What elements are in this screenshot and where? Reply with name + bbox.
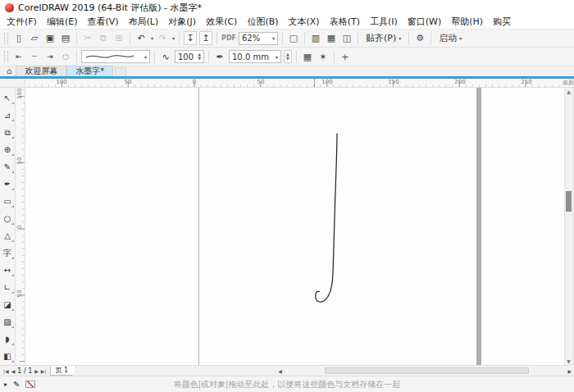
ruler-label: 50 (16, 156, 23, 166)
ruler-origin-button[interactable] (0, 79, 25, 87)
toolbar-separator (76, 32, 77, 44)
text-wrap-icon[interactable]: ▦ (301, 50, 314, 64)
menu-view[interactable]: 查看(V) (82, 15, 123, 29)
options-gear-icon[interactable]: ⚙ (413, 31, 426, 45)
tab-document-shuimozi[interactable]: 水墨字* (66, 66, 113, 76)
publish-pdf-icon[interactable]: PDF (221, 31, 236, 45)
smoothing-input[interactable]: 100 ▲ ▼ (175, 50, 204, 63)
vertical-scroll-thumb[interactable] (566, 191, 572, 212)
menu-help[interactable]: 帮助(H) (446, 15, 488, 29)
menubar: 文件(F) 编辑(E) 查看(V) 布局(L) 对象(J) 效果(C) 位图(B… (0, 15, 574, 29)
zoom-level-select[interactable]: 62% ▾ (239, 32, 278, 45)
dimension-tool[interactable]: ↔ (1, 262, 15, 279)
prev-page-button[interactable]: ◀ (11, 368, 16, 374)
freehand-tool[interactable]: ✎ (1, 158, 15, 175)
crop-tool[interactable]: ⧉ (1, 124, 15, 141)
property-bar-grip[interactable] (4, 51, 8, 62)
undo-icon[interactable]: ↶ (134, 31, 148, 45)
menu-table[interactable]: 表格(T) (325, 15, 365, 29)
text-tool[interactable]: 字 (1, 244, 15, 262)
snap-to-button[interactable]: 贴齐(P) ▾ (362, 31, 404, 45)
outline-pen-icon: ✒ (213, 50, 226, 64)
next-page-button[interactable]: ▶ (34, 368, 39, 374)
import-icon[interactable]: ↧ (184, 31, 197, 45)
connector-tool[interactable]: ∟ (1, 279, 15, 296)
shadow-tool[interactable]: ◪ (1, 296, 15, 313)
zoom-tool[interactable]: ⊕ (1, 141, 15, 158)
eyedropper-tool[interactable]: ◗ (1, 330, 15, 348)
rectangle-tool[interactable]: ▭ (1, 193, 15, 210)
first-page-button[interactable]: |◀ (3, 368, 9, 374)
last-page-button[interactable]: ▶| (41, 368, 47, 374)
menu-layout[interactable]: 布局(L) (124, 15, 164, 29)
nudge-spinner[interactable]: ▲ ▼ (284, 50, 292, 63)
menu-window[interactable]: 窗口(W) (403, 15, 446, 29)
ruler-label: 50 (257, 79, 265, 85)
interactive-fill-tool[interactable]: ◧ (1, 348, 15, 365)
toolbox: ↖ ⊿ ⧉ ⊕ ✎ ✒ ▭ ○ △ 字 ↔ ∟ ◪ ▨ ◗ ◧ (0, 88, 16, 365)
scroll-down-icon[interactable]: ▼ (567, 358, 571, 364)
home-icon[interactable]: ⌂ (2, 66, 16, 76)
close-curve-icon[interactable]: ◌ (59, 50, 72, 64)
toolbar-separator (208, 51, 209, 63)
scroll-up-icon[interactable]: ▲ (567, 89, 571, 94)
ellipse-tool[interactable]: ○ (1, 210, 15, 227)
undo-dropdown-icon[interactable]: ▾ (151, 35, 153, 41)
menu-object[interactable]: 对象(J) (163, 15, 201, 29)
page-tab-1[interactable]: 页 1 (50, 366, 77, 376)
spinner-down-icon[interactable]: ▼ (286, 57, 289, 61)
horizontal-ruler[interactable]: 100 50 0 50 100 150 200 250 (25, 79, 563, 87)
new-document-icon[interactable]: ▯ (12, 31, 25, 45)
fullscreen-preview-icon[interactable]: ▢ (287, 31, 300, 45)
line-style-icon[interactable]: ┄ (28, 50, 41, 64)
drawing-canvas[interactable] (25, 88, 564, 365)
print-icon[interactable]: ▤ (59, 31, 72, 45)
end-arrowhead-icon[interactable]: ⇥ (43, 50, 57, 64)
menu-tools[interactable]: 工具(I) (365, 15, 403, 29)
menu-text[interactable]: 文本(X) (284, 15, 325, 29)
scroll-left-icon[interactable]: ◀ (278, 368, 282, 374)
property-bar: ⇤ ┄ ⇥ ◌ ▾ ∿ 100 ▲ ▼ ✒ 10.0 mm ▾ ▲ ▼ ▦ ✶ … (0, 47, 574, 66)
menu-bitmaps[interactable]: 位图(B) (242, 15, 283, 29)
vertical-ruler[interactable]: 100 50 0 50 (16, 88, 25, 365)
show-rulers-icon[interactable]: ▥ (309, 31, 322, 45)
paste-icon[interactable]: ⊞ (112, 31, 125, 45)
fill-none-swatch[interactable] (25, 381, 35, 388)
transparency-tool[interactable]: ▨ (1, 313, 15, 330)
horizontal-scrollbar[interactable]: ◀ ▶ (276, 366, 574, 376)
ruler-row: 100 50 0 50 100 150 200 250 最新 (0, 79, 574, 88)
start-arrowhead-icon[interactable]: ⇤ (12, 50, 25, 64)
smoothing-stepper[interactable]: ▲ ▼ (198, 52, 201, 61)
show-grid-icon[interactable]: ▦ (325, 31, 338, 45)
stepper-down-icon[interactable]: ▼ (198, 57, 201, 61)
add-preset-button[interactable]: + (339, 50, 352, 64)
copy-icon[interactable]: ⧉ (97, 31, 110, 45)
vertical-scrollbar[interactable]: ▲ ▼ (564, 88, 572, 365)
horizontal-scroll-thumb[interactable] (325, 367, 529, 374)
polygon-tool[interactable]: △ (1, 227, 15, 244)
launch-button[interactable]: 启动 ▾ (435, 31, 465, 45)
menu-edit[interactable]: 编辑(E) (42, 15, 83, 29)
cut-icon[interactable]: ✂ (81, 31, 94, 45)
tool-settings-icon[interactable]: ✶ (317, 50, 330, 64)
toolbar-grip[interactable] (4, 33, 8, 44)
outline-width-select[interactable]: 10.0 mm ▾ (229, 50, 281, 63)
ruler-label: 100 (321, 79, 332, 85)
preview-mode-icon[interactable]: ◫ (340, 31, 353, 45)
menu-effects[interactable]: 效果(C) (201, 15, 242, 29)
new-document-tab-button[interactable] (115, 67, 126, 76)
line-style-select[interactable]: ▾ (81, 50, 150, 63)
shape-tool[interactable]: ⊿ (1, 107, 15, 124)
redo-dropdown-icon[interactable]: ▾ (172, 35, 175, 41)
menu-file[interactable]: 文件(F) (2, 15, 42, 29)
tab-welcome-screen[interactable]: 欢迎屏幕 (16, 66, 66, 76)
menu-buy[interactable]: 购买 (488, 15, 516, 29)
pick-tool[interactable]: ↖ (1, 89, 15, 107)
artistic-media-tool[interactable]: ✒ (1, 175, 15, 193)
scroll-right-icon[interactable]: ▶ (567, 368, 572, 374)
redo-icon[interactable]: ↷ (156, 31, 169, 45)
save-icon[interactable]: ▣ (43, 31, 57, 45)
open-icon[interactable]: ▱ (28, 31, 41, 45)
export-icon[interactable]: ↥ (199, 31, 212, 45)
ruler-cursor-marker (314, 79, 315, 87)
